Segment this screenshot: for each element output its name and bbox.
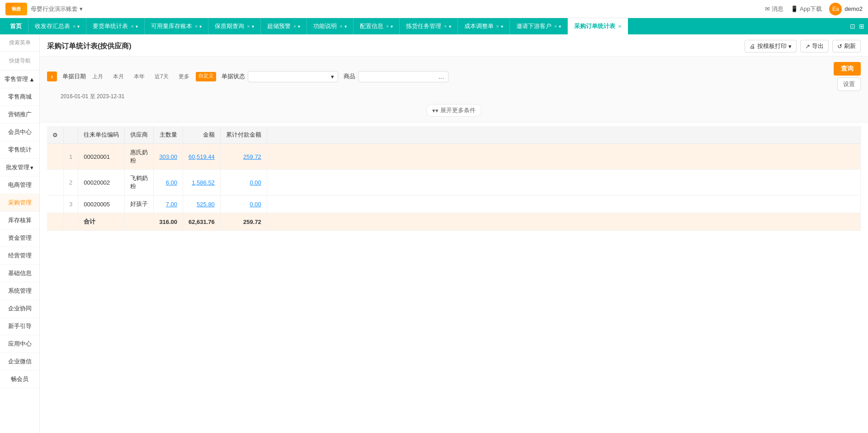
tab-dropdown-icon[interactable]: ▾	[344, 24, 347, 29]
custom-date-tag[interactable]: 自定义	[196, 72, 216, 81]
nav-window-controls: ⊡ ⊞	[850, 23, 864, 30]
page-header: 采购订单统计表(按供应商) 🖨 按模板打印 ▾ ↗ 导出 ↺ 刷新	[40, 34, 868, 57]
expand-more-area: ▾▾ 展开更多条件	[47, 104, 861, 117]
logo-area: 畅捷 母婴行业演示账套 ▾	[5, 3, 83, 15]
user-area[interactable]: Ea demo2	[829, 3, 863, 15]
filter-collapse-btn[interactable]: ›	[47, 71, 57, 81]
close-tab-icon[interactable]: ×	[444, 24, 447, 29]
tab-function-desc-label: 功能说明	[313, 22, 337, 30]
date-btn-last-month[interactable]: 上月	[89, 72, 107, 81]
close-tab-icon[interactable]: ×	[131, 24, 133, 29]
workspace-selector[interactable]: 母婴行业演示账套 ▾	[31, 5, 83, 13]
tab-dropdown-icon[interactable]: ▾	[449, 24, 451, 29]
sidebar-item-enterprise-wechat[interactable]: 企业微信	[0, 353, 39, 371]
sidebar-search-area[interactable]: 搜索英单	[0, 34, 39, 52]
message-btn[interactable]: ✉ 消息	[765, 5, 783, 13]
tab-overstock-warning[interactable]: 超储预警 × ▾	[261, 18, 307, 34]
print-button[interactable]: 🖨 按模板打印 ▾	[745, 40, 797, 52]
sidebar-item-new-guide[interactable]: 新手引导	[0, 318, 39, 335]
tab-home[interactable]: 首页	[4, 18, 28, 34]
close-tab-icon[interactable]: ×	[247, 24, 250, 29]
row1-supplier: 惠氏奶粉	[125, 144, 154, 170]
window-maximize-icon[interactable]: ⊞	[859, 23, 864, 30]
sidebar-item-wholesale-mgmt[interactable]: 批发管理 ▾	[0, 159, 39, 176]
sidebar-item-basic-info[interactable]: 基础信息	[0, 265, 39, 282]
tab-available-stock[interactable]: 可用量库存账本 × ▾	[145, 18, 208, 34]
close-tab-icon[interactable]: ×	[195, 24, 198, 29]
expand-conditions-btn[interactable]: ▾▾ 展开更多条件	[426, 104, 481, 117]
tab-dropdown-icon[interactable]: ▾	[136, 24, 138, 29]
tab-inventory-summary[interactable]: 收发存汇总表 × ▾	[28, 18, 86, 34]
close-active-tab-icon[interactable]: ×	[618, 24, 621, 29]
workspace-name: 母婴行业演示账套	[31, 5, 78, 13]
sidebar-item-purchase[interactable]: 采购管理	[0, 194, 39, 212]
th-amount: 金额	[183, 126, 221, 144]
sidebar-item-finance[interactable]: 资金管理	[0, 229, 39, 247]
date-btn-this-month[interactable]: 本月	[109, 72, 127, 81]
row2-index: 2	[64, 170, 78, 195]
close-tab-icon[interactable]: ×	[73, 24, 75, 29]
sidebar-item-member-service-label: 畅会员	[11, 376, 28, 382]
close-tab-icon[interactable]: ×	[340, 24, 342, 29]
sidebar-item-member-center[interactable]: 会员中心	[0, 124, 39, 141]
tab-purchase-order-stats[interactable]: 采购订单统计表 ×	[568, 18, 627, 34]
row3-code: 00020005	[78, 195, 125, 213]
table-header: ⚙ 往来单位编码 供应商 主数量 金额 累计付款金额	[47, 126, 861, 144]
status-select[interactable]: ▾	[248, 71, 338, 82]
tab-dropdown-icon[interactable]: ▾	[199, 24, 202, 29]
query-button[interactable]: 查询	[834, 62, 861, 76]
sidebar-item-operations[interactable]: 经营管理	[0, 247, 39, 265]
tab-function-desc[interactable]: 功能说明 × ▾	[307, 18, 353, 34]
tab-pick-task[interactable]: 拣货任务管理 × ▾	[400, 18, 458, 34]
app-download-btn[interactable]: 📱 App下载	[791, 5, 822, 13]
sidebar-item-marketing[interactable]: 营销推广	[0, 106, 39, 124]
sidebar-item-retail-mgmt[interactable]: 零售管理 ▲	[0, 71, 39, 88]
date-btn-this-year[interactable]: 本年	[130, 72, 148, 81]
tab-invite-downstream[interactable]: 邀请下游客户 × ▾	[510, 18, 568, 34]
sidebar-item-retail-stats-label: 零售统计	[8, 146, 32, 153]
tab-dropdown-icon[interactable]: ▾	[559, 24, 561, 29]
sidebar-item-retail-shop[interactable]: 零售商城	[0, 88, 39, 106]
th-quantity: 主数量	[154, 126, 183, 144]
sidebar-item-ecommerce[interactable]: 电商管理	[0, 176, 39, 194]
close-tab-icon[interactable]: ×	[386, 24, 389, 29]
export-button[interactable]: ↗ 导出	[800, 40, 829, 52]
column-settings-icon[interactable]: ⚙	[52, 132, 58, 138]
tab-dropdown-icon[interactable]: ▾	[298, 24, 300, 29]
row1-settings-cell	[47, 144, 64, 170]
sidebar-nav-area[interactable]: 快捷导航	[0, 52, 39, 71]
row1-paid: 259.72	[220, 144, 267, 170]
sidebar-item-retail-stats[interactable]: 零售统计	[0, 141, 39, 159]
sidebar-item-enterprise-wechat-label: 企业微信	[8, 358, 32, 365]
logo-text: 畅捷	[12, 6, 21, 12]
close-tab-icon[interactable]: ×	[496, 24, 499, 29]
tab-dropdown-icon[interactable]: ▾	[391, 24, 393, 29]
goods-search-input[interactable]	[362, 73, 439, 80]
tab-dropdown-icon[interactable]: ▾	[77, 24, 80, 29]
sidebar-item-wholesale-arrow: ▾	[30, 164, 33, 171]
close-tab-icon[interactable]: ×	[293, 24, 296, 29]
footer-amount: 62,631.76	[183, 213, 221, 231]
filter-area: › 单据日期 上月 本月 本年 近7天 更多 自定义 单据状态	[40, 57, 868, 123]
goods-filter-group: 商品 …	[344, 71, 448, 82]
tab-order-stats[interactable]: 要货单统计表 × ▾	[86, 18, 144, 34]
sidebar-item-enterprise-collab[interactable]: 企业协同	[0, 300, 39, 318]
sidebar-item-operations-label: 经营管理	[8, 252, 32, 259]
date-btn-more[interactable]: 更多	[175, 72, 193, 81]
tab-config-info[interactable]: 配置信息 × ▾	[354, 18, 400, 34]
sidebar-item-sys-mgmt[interactable]: 系统管理	[0, 282, 39, 300]
window-restore-icon[interactable]: ⊡	[850, 23, 855, 30]
tab-cost-adjust[interactable]: 成本调整单 × ▾	[458, 18, 510, 34]
sidebar-item-inventory[interactable]: 库存核算	[0, 212, 39, 229]
date-btn-7days[interactable]: 近7天	[151, 72, 172, 81]
row1-code: 00020001	[78, 144, 125, 170]
settings-button[interactable]: 设置	[837, 77, 861, 91]
sidebar-item-app-center[interactable]: 应用中心	[0, 335, 39, 353]
tab-dropdown-icon[interactable]: ▾	[252, 24, 254, 29]
print-dropdown-icon: ▾	[788, 43, 792, 50]
tab-dropdown-icon[interactable]: ▾	[501, 24, 503, 29]
sidebar-item-member-service[interactable]: 畅会员	[0, 371, 39, 388]
refresh-button[interactable]: ↺ 刷新	[832, 40, 861, 52]
close-tab-icon[interactable]: ×	[554, 24, 557, 29]
tab-expiry-query[interactable]: 保质期查询 × ▾	[208, 18, 260, 34]
